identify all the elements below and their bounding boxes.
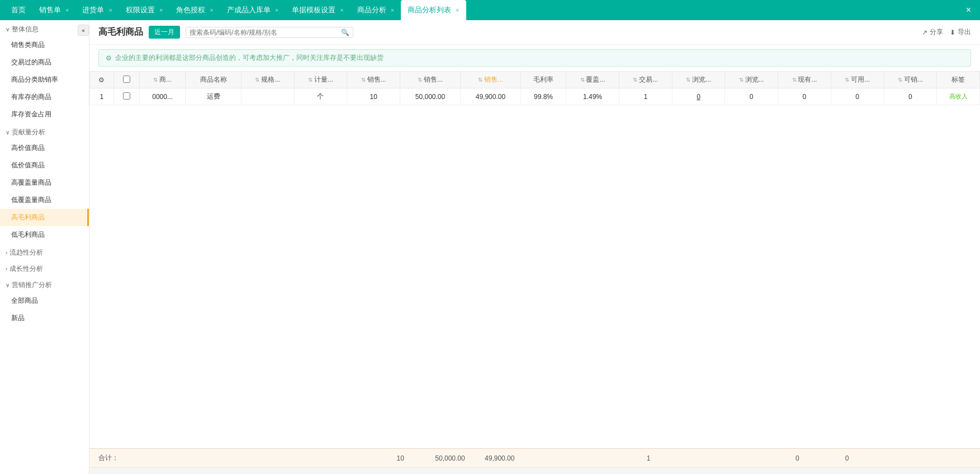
cell-sellable: 0 bbox=[884, 88, 937, 105]
sidebar-item-high-value[interactable]: 高价值商品 bbox=[0, 139, 89, 157]
sidebar-group-contribution[interactable]: ∨ 贡献量分析 bbox=[0, 123, 89, 139]
nav-home[interactable]: 首页 bbox=[4, 0, 32, 20]
top-navigation: 首页 销售单 × 进货单 × 权限设置 × 角色授权 × 产成品入库单 × 单据… bbox=[0, 0, 980, 20]
select-all-checkbox[interactable] bbox=[123, 76, 130, 83]
footer-cells: 10 50,000.00 49,900.00 1 0 0 bbox=[127, 454, 971, 462]
export-button[interactable]: ⬇ 导出 bbox=[950, 27, 971, 37]
footer-spacer6 bbox=[524, 454, 574, 462]
horizontal-scrollbar[interactable] bbox=[89, 467, 980, 474]
col-code[interactable]: 商... bbox=[139, 72, 185, 88]
nav-role-auth[interactable]: 角色授权 × bbox=[169, 0, 220, 20]
nav-permission-settings[interactable]: 权限设置 × bbox=[119, 0, 169, 20]
footer-cell-spacer5 bbox=[326, 454, 376, 462]
close-all-tabs[interactable]: × bbox=[962, 5, 976, 15]
footer-cell-spacer4 bbox=[276, 454, 326, 462]
cell-code: 0000... bbox=[139, 88, 185, 105]
col-trade[interactable]: 交易... bbox=[619, 72, 672, 88]
export-icon: ⬇ bbox=[950, 29, 955, 36]
footer-cell-spacer3 bbox=[227, 454, 277, 462]
col-checkbox[interactable] bbox=[113, 72, 139, 88]
footer-spacer10 bbox=[872, 454, 921, 462]
cell-spec bbox=[241, 88, 294, 105]
sidebar-group-growth[interactable]: › 成长性分析 bbox=[0, 260, 89, 276]
cell-browse2: 0 bbox=[725, 88, 778, 105]
col-name[interactable]: 商品名称 bbox=[186, 72, 242, 88]
notice-text: 企业的主要的利润都是这部分商品创造的，可考虑加大推广，同时关注库存是不要出现缺货 bbox=[115, 53, 384, 63]
content-header: 高毛利商品 近一月 🔍 ↗ 分享 ⬇ 导出 bbox=[89, 20, 980, 45]
close-permission-settings[interactable]: × bbox=[159, 0, 163, 20]
col-sale-qty[interactable]: 销售... bbox=[347, 72, 400, 88]
close-purchase-order[interactable]: × bbox=[108, 0, 112, 20]
sidebar-item-stock-fund[interactable]: 库存资金占用 bbox=[0, 106, 89, 123]
sidebar-item-high-coverage[interactable]: 高覆盖量商品 bbox=[0, 174, 89, 191]
notice-icon: ⚙ bbox=[106, 54, 112, 62]
col-index: ⚙ bbox=[90, 72, 114, 88]
col-browse1[interactable]: 浏览... bbox=[672, 72, 725, 88]
col-current-stock[interactable]: 现有... bbox=[778, 72, 831, 88]
col-sale-amount[interactable]: 销售... bbox=[400, 72, 461, 88]
sidebar-item-in-stock[interactable]: 有库存的商品 bbox=[0, 88, 89, 106]
cell-coverage: 1.49% bbox=[566, 88, 619, 105]
sidebar-item-sales-goods[interactable]: 销售类商品 bbox=[0, 36, 89, 54]
table-wrap[interactable]: ⚙ 商... 商品名称 规格... 计量... 销售... 销售... 销售..… bbox=[89, 71, 980, 448]
sidebar-item-low-coverage[interactable]: 低覆盖量商品 bbox=[0, 191, 89, 209]
row-checkbox[interactable] bbox=[123, 92, 130, 100]
cell-unit: 个 bbox=[294, 88, 347, 105]
arrow-right-icon-2: › bbox=[6, 266, 7, 272]
cell-browse1[interactable]: 0 bbox=[672, 88, 725, 105]
sidebar: « ∨ 整体信息 销售类商品 交易过的商品 商品分类助销率 有库存的商品 库存资… bbox=[0, 20, 89, 474]
cell-checkbox[interactable] bbox=[113, 88, 139, 105]
search-icon[interactable]: 🔍 bbox=[341, 29, 349, 36]
col-spec[interactable]: 规格... bbox=[241, 72, 294, 88]
col-sellable[interactable]: 可销... bbox=[884, 72, 937, 88]
sidebar-item-category-rate[interactable]: 商品分类助销率 bbox=[0, 71, 89, 88]
footer-spacer11 bbox=[921, 454, 971, 462]
footer-spacer7 bbox=[574, 454, 624, 462]
col-browse2[interactable]: 浏览... bbox=[725, 72, 778, 88]
nav-product-analysis-list[interactable]: 商品分析列表 × bbox=[401, 0, 466, 20]
nav-sales-order[interactable]: 销售单 × bbox=[32, 0, 75, 20]
col-available[interactable]: 可用... bbox=[831, 72, 884, 88]
sidebar-item-traded-goods[interactable]: 交易过的商品 bbox=[0, 54, 89, 71]
table-header-row: ⚙ 商... 商品名称 规格... 计量... 销售... 销售... 销售..… bbox=[90, 72, 980, 88]
share-button[interactable]: ↗ 分享 bbox=[922, 27, 943, 37]
nav-product-analysis[interactable]: 商品分析 × bbox=[351, 0, 401, 20]
cell-sale-cost: 49,900.00 bbox=[460, 88, 520, 105]
cell-sale-qty: 10 bbox=[347, 88, 400, 105]
arrow-down-icon: ∨ bbox=[6, 26, 10, 32]
arrow-down-icon-2: ∨ bbox=[6, 129, 10, 135]
sidebar-group-marketing[interactable]: ∨ 营销推广分析 bbox=[0, 276, 89, 292]
footer-spacer9 bbox=[723, 454, 773, 462]
cell-trade: 1 bbox=[619, 88, 672, 105]
sidebar-group-overall[interactable]: ∨ 整体信息 bbox=[0, 20, 89, 36]
close-role-auth[interactable]: × bbox=[210, 0, 213, 20]
sidebar-group-flow[interactable]: › 流趋性分析 bbox=[0, 243, 89, 260]
sidebar-collapse-btn[interactable]: « bbox=[78, 25, 89, 36]
nav-template-settings[interactable]: 单据模板设置 × bbox=[285, 0, 350, 20]
sidebar-item-new-goods[interactable]: 新品 bbox=[0, 309, 89, 327]
col-sale-cost[interactable]: 销售... bbox=[460, 72, 520, 88]
close-sales-order[interactable]: × bbox=[65, 0, 69, 20]
cell-sale-amount: 50,000.00 bbox=[400, 88, 461, 105]
sidebar-item-high-margin[interactable]: 高毛利商品 bbox=[0, 209, 89, 226]
close-template-settings[interactable]: × bbox=[340, 0, 343, 20]
sidebar-item-low-value[interactable]: 低价值商品 bbox=[0, 157, 89, 174]
close-finished-goods[interactable]: × bbox=[275, 0, 278, 20]
nav-finished-goods[interactable]: 产成品入库单 × bbox=[220, 0, 285, 20]
footer-available: 0 bbox=[822, 454, 872, 462]
footer-cell-spacer1 bbox=[127, 454, 177, 462]
col-gross-margin[interactable]: 毛利率 bbox=[520, 72, 566, 88]
footer-spacer8 bbox=[673, 454, 723, 462]
close-product-analysis-list[interactable]: × bbox=[456, 0, 459, 20]
search-input[interactable] bbox=[190, 29, 341, 36]
col-coverage[interactable]: 覆盖... bbox=[566, 72, 619, 88]
close-product-analysis[interactable]: × bbox=[391, 0, 394, 20]
sidebar-item-low-margin[interactable]: 低毛利商品 bbox=[0, 226, 89, 243]
share-icon: ↗ bbox=[922, 29, 927, 36]
period-button[interactable]: 近一月 bbox=[149, 26, 180, 39]
cell-index: 1 bbox=[90, 88, 114, 105]
sidebar-item-all-goods[interactable]: 全部商品 bbox=[0, 292, 89, 309]
search-wrap: 🔍 bbox=[186, 27, 353, 38]
col-unit[interactable]: 计量... bbox=[294, 72, 347, 88]
nav-purchase-order[interactable]: 进货单 × bbox=[75, 0, 119, 20]
